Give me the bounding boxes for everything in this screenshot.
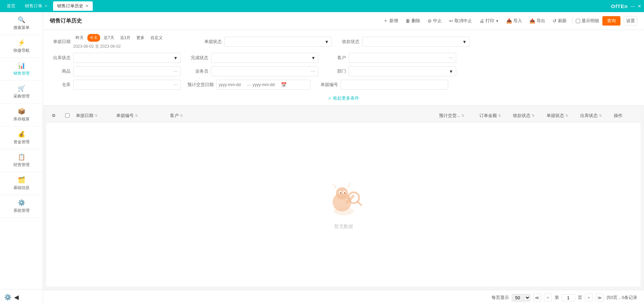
sidebar-collapse-icon[interactable]: ◀ [14, 294, 19, 301]
filter-row-1: 单据日期 昨天 今天 近7天 近1月 更多 自定义 2023-06-02 至 2… [50, 34, 637, 49]
empty-text: 暂无数据 [334, 224, 353, 230]
cancel-stop-button[interactable]: ↩ 取消中止 [447, 16, 474, 25]
filter-collapse[interactable]: ∧ 收起更多条件 [50, 93, 637, 101]
tab-sales-order-close[interactable]: ✕ [44, 4, 48, 8]
sidebar-item-operations-label: 经营管理 [13, 162, 30, 168]
query-button[interactable]: 查询 [602, 16, 620, 26]
filter-row-3: 商品 ··· 业务员 ··· 部门 ▼ [50, 66, 637, 76]
top-bar-right: OfTEn — ✕ [611, 3, 641, 9]
date-btn-more[interactable]: 更多 [134, 34, 147, 42]
delete-button[interactable]: 🗑 删除 [403, 16, 422, 25]
window-close[interactable]: ✕ [638, 4, 641, 9]
th-outbound[interactable]: 出库状态 ⇅ [577, 113, 611, 119]
import-button[interactable]: 📥 导入 [504, 16, 524, 25]
th-amount[interactable]: 订单金额 ⇅ [477, 113, 510, 119]
sidebar-item-operations[interactable]: 📋 经营管理 [0, 149, 43, 172]
settings-button[interactable]: 设置 [624, 16, 637, 26]
tab-history-close[interactable]: ✕ [85, 4, 89, 8]
th-settings[interactable]: ⚙ [49, 113, 61, 118]
print-button[interactable]: 🖨 打印 ▼ [477, 16, 501, 25]
prev-page-icon: ＜ [546, 295, 550, 301]
th-amount-label: 订单金额 [479, 113, 497, 119]
first-page-btn[interactable]: ≪ [533, 294, 541, 302]
display-toggle-checkbox[interactable] [576, 19, 580, 23]
th-bill-status-label: 单据状态 [547, 113, 564, 119]
warehouse-input[interactable]: ··· [73, 80, 181, 90]
completion-status-select[interactable]: ▼ [211, 53, 318, 63]
refresh-button[interactable]: ↺ 刷新 [551, 16, 569, 25]
new-button[interactable]: ＋ 新增 [381, 16, 400, 25]
sidebar-item-quick-nav[interactable]: ⚡ 快捷导航 [0, 35, 43, 58]
department-select[interactable]: ▼ [349, 66, 456, 76]
select-all-checkbox[interactable] [65, 113, 70, 118]
sidebar-item-sales[interactable]: 📊 销售管理 [0, 58, 43, 81]
window-minimize[interactable]: — [631, 4, 635, 9]
query-label: 查询 [607, 18, 616, 24]
sidebar-item-purchase[interactable]: 🛒 采购管理 [0, 81, 43, 104]
sidebar-item-search-menu-label: 搜索菜单 [13, 25, 30, 31]
sidebar-item-finance[interactable]: 💰 资金管理 [0, 126, 43, 149]
sidebar-item-search-menu[interactable]: 🔍 搜索菜单 [0, 12, 43, 35]
svg-point-10 [333, 184, 334, 185]
last-page-btn[interactable]: ≫ [596, 294, 604, 302]
date-btn-custom[interactable]: 自定义 [148, 34, 165, 42]
th-number[interactable]: 单据编号 ⇅ [114, 113, 167, 119]
bill-number-input[interactable] [341, 80, 448, 90]
th-delivery-label: 预计交货... [439, 113, 460, 119]
operations-icon: 📋 [18, 153, 25, 161]
sidebar: 🔍 搜索菜单 ⚡ 快捷导航 📊 销售管理 🛒 采购管理 📦 库存核算 💰 资金管… [0, 12, 43, 305]
th-delivery[interactable]: 预计交货... ⇅ [436, 113, 477, 119]
outbound-status-select[interactable]: ▼ [73, 53, 181, 63]
sidebar-item-quick-nav-label: 快捷导航 [13, 48, 30, 53]
display-toggle[interactable]: 显示明细 [576, 18, 599, 24]
th-date-sort-icon: ⇅ [95, 114, 97, 117]
salesperson-dots[interactable]: ··· [311, 68, 315, 74]
svg-line-9 [357, 201, 361, 205]
tab-sales-order[interactable]: 销售订单 ✕ [21, 1, 52, 11]
display-toggle-label: 显示明细 [582, 18, 599, 24]
th-payment[interactable]: 收款状态 ⇅ [510, 113, 544, 119]
th-checkbox[interactable] [61, 113, 73, 118]
filter-row-2: 出库状态 ▼ 完成状态 ▼ 客户 ··· [50, 53, 637, 63]
th-bill-status[interactable]: 单据状态 ⇅ [544, 113, 577, 119]
th-number-sort-icon: ⇅ [135, 114, 138, 117]
filter-label-delivery-date: 预计交货日期 [187, 82, 216, 88]
delivery-date-end[interactable] [253, 82, 280, 87]
calendar-icon-start[interactable]: 📅 [281, 82, 287, 87]
tab-sales-order-history[interactable]: 销售订单历史 ✕ [53, 1, 93, 11]
filter-label-completion: 完成状态 [187, 55, 211, 61]
product-input[interactable]: ··· [73, 66, 181, 76]
page-number-input[interactable] [562, 294, 575, 301]
th-customer[interactable]: 客户 ⇅ [167, 113, 436, 119]
date-btn-7days[interactable]: 近7天 [101, 34, 117, 42]
per-page-select[interactable]: 10 20 50 100 [512, 294, 530, 302]
delivery-date-start[interactable] [219, 82, 246, 87]
svg-point-5 [340, 192, 341, 194]
filter-label-salesperson: 业务员 [187, 68, 211, 74]
customer-dots[interactable]: ··· [449, 55, 453, 61]
next-page-btn[interactable]: ＞ [585, 294, 593, 302]
print-label: 打印 [485, 18, 494, 24]
quick-nav-icon: ⚡ [18, 39, 25, 46]
date-btn-today[interactable]: 今天 [87, 34, 100, 42]
outbound-status-arrow: ▼ [173, 55, 178, 61]
export-button[interactable]: 📤 导出 [527, 16, 547, 25]
customer-input[interactable]: ··· [349, 53, 456, 63]
top-bar: 首页 销售订单 ✕ 销售订单历史 ✕ OfTEn — ✕ [0, 0, 644, 12]
warehouse-dots[interactable]: ··· [173, 82, 178, 88]
prev-page-btn[interactable]: ＜ [544, 294, 552, 302]
sidebar-settings-icon[interactable]: ⚙️ [4, 294, 11, 301]
bill-status-select[interactable]: ▼ [224, 37, 332, 47]
th-outbound-sort-icon: ⇅ [599, 114, 602, 117]
sidebar-item-basic-info[interactable]: 🗂️ 基础信息 [0, 172, 43, 195]
date-btn-yesterday[interactable]: 昨天 [73, 34, 86, 42]
salesperson-input[interactable]: ··· [211, 66, 318, 76]
sidebar-item-inventory[interactable]: 📦 库存核算 [0, 104, 43, 126]
tab-home[interactable]: 首页 [3, 1, 19, 11]
payment-status-select[interactable]: ▼ [362, 37, 470, 47]
th-date[interactable]: 单据日期 ⇅ [73, 113, 114, 119]
stop-button[interactable]: ⊘ 中止 [426, 16, 444, 25]
sidebar-item-system[interactable]: ⚙️ 系统管理 [0, 195, 43, 218]
date-btn-1month[interactable]: 近1月 [118, 34, 133, 42]
product-dots[interactable]: ··· [173, 68, 178, 74]
